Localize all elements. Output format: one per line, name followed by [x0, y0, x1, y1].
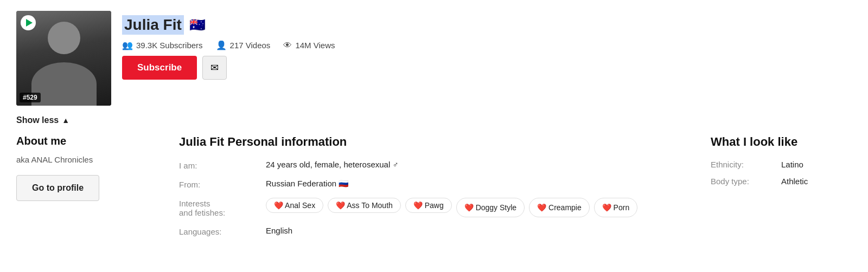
interests-value: ❤️ Anal Sex❤️ Ass To Mouth❤️ Pawg❤️ Dogg… [266, 198, 637, 217]
show-less-row: Show less ▲ [16, 115, 852, 125]
tag-badge[interactable]: ❤️ Anal Sex [266, 198, 323, 213]
about-me-section: About me aka ANAL Chronicles Go to profi… [16, 135, 179, 245]
views-value: 14M Views [295, 41, 335, 50]
avatar-wrap: #529 [16, 11, 111, 106]
languages-row: Languages: English [179, 226, 678, 236]
i-am-row: I am: 24 years old, female, heterosexual… [179, 160, 678, 170]
from-label: From: [179, 179, 266, 189]
views-stat: 👁 14M Views [283, 41, 335, 50]
chevron-up-icon: ▲ [62, 116, 69, 125]
views-icon: 👁 [283, 41, 292, 50]
body-type-label: Body type: [711, 177, 776, 186]
from-value: Russian Federation 🇷🇺 [266, 179, 349, 189]
play-icon [26, 19, 33, 27]
tag-badge[interactable]: ❤️ Creampie [529, 198, 590, 217]
look-table: Ethnicity: Latino Body type: Athletic [711, 160, 852, 186]
show-less-button[interactable]: Show less ▲ [16, 115, 69, 125]
rank-badge: #529 [20, 93, 41, 102]
actions-row: Subscribe ✉ [122, 56, 335, 80]
tag-badge[interactable]: ❤️ Ass To Mouth [328, 198, 401, 213]
subscribers-value: 39.3K Subscribers [136, 41, 203, 50]
videos-icon: 👤 [216, 40, 227, 50]
message-icon: ✉ [210, 62, 219, 74]
show-less-label: Show less [16, 115, 59, 125]
body-type-row: Body type: Athletic [711, 177, 852, 186]
info-table: I am: 24 years old, female, heterosexual… [179, 160, 678, 236]
profile-flag: 🇦🇺 [189, 17, 206, 33]
ethnicity-label: Ethnicity: [711, 160, 776, 169]
go-to-profile-button[interactable]: Go to profile [16, 175, 99, 201]
aka-text: aka ANAL Chronicles [16, 155, 157, 164]
profile-name-row: Julia Fit 🇦🇺 [122, 15, 335, 35]
subscribers-stat: 👥 39.3K Subscribers [122, 40, 203, 50]
message-button[interactable]: ✉ [202, 56, 227, 80]
tag-badge[interactable]: ❤️ Doggy Style [456, 198, 525, 217]
look-section: What I look like Ethnicity: Latino Body … [711, 135, 852, 245]
main-content: About me aka ANAL Chronicles Go to profi… [16, 135, 852, 245]
look-title: What I look like [711, 135, 852, 149]
videos-value: 217 Videos [230, 41, 271, 50]
profile-header: #529 Julia Fit 🇦🇺 👥 39.3K Subscribers 👤 … [16, 11, 852, 106]
stats-row: 👥 39.3K Subscribers 👤 217 Videos 👁 14M V… [122, 40, 335, 50]
personal-info-section: Julia Fit Personal information I am: 24 … [179, 135, 711, 245]
i-am-value: 24 years old, female, heterosexual ♂️ [266, 160, 399, 169]
ethnicity-value: Latino [781, 160, 803, 169]
interests-row: Interestsand fetishes: ❤️ Anal Sex❤️ Ass… [179, 198, 678, 217]
interests-label: Interestsand fetishes: [179, 198, 266, 217]
profile-name: Julia Fit [122, 15, 184, 35]
subscribe-button[interactable]: Subscribe [122, 56, 197, 80]
play-button[interactable] [21, 15, 36, 30]
body-type-value: Athletic [781, 177, 808, 186]
from-row: From: Russian Federation 🇷🇺 [179, 179, 678, 189]
subscribers-icon: 👥 [122, 40, 133, 50]
videos-stat: 👤 217 Videos [216, 40, 271, 50]
profile-info: Julia Fit 🇦🇺 👥 39.3K Subscribers 👤 217 V… [122, 11, 335, 80]
tag-badge[interactable]: ❤️ Porn [594, 198, 637, 217]
ethnicity-row: Ethnicity: Latino [711, 160, 852, 169]
personal-info-title: Julia Fit Personal information [179, 135, 678, 149]
about-me-title: About me [16, 135, 157, 147]
i-am-label: I am: [179, 160, 266, 170]
languages-label: Languages: [179, 226, 266, 236]
tag-badge[interactable]: ❤️ Pawg [405, 198, 452, 213]
languages-value: English [266, 226, 292, 235]
